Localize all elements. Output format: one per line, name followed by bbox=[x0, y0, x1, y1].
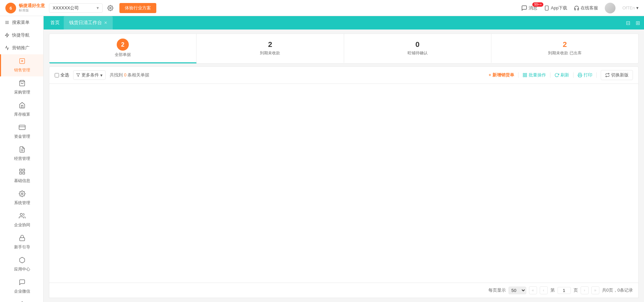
refresh-label: 刷新 bbox=[560, 72, 569, 78]
sales-icon bbox=[19, 58, 25, 66]
sidebar-system-label: 系统管理 bbox=[14, 200, 30, 206]
app-download-label: App下载 bbox=[551, 5, 567, 11]
app-subtitle: 标准版 bbox=[19, 8, 45, 13]
first-page-button[interactable]: « bbox=[529, 286, 537, 294]
filter-label: 更多条件 bbox=[82, 72, 99, 78]
sidebar-item-basic[interactable]: 基础信息 bbox=[0, 165, 43, 187]
chevron-down-icon: ▾ bbox=[97, 5, 99, 10]
sidebar-item-member[interactable]: 畅会员 bbox=[0, 298, 43, 302]
capital-icon bbox=[19, 124, 25, 132]
tab-workbench[interactable]: 钱货日清工作台 ✕ bbox=[64, 16, 113, 29]
tab-workbench-label: 钱货日清工作台 bbox=[69, 20, 102, 26]
svg-rect-16 bbox=[23, 169, 25, 171]
sidebar-wechat-label: 企业微信 bbox=[14, 289, 30, 294]
last-page-button[interactable]: » bbox=[591, 286, 599, 294]
refresh-button[interactable]: 刷新 bbox=[554, 72, 569, 78]
stat-due-out-label: 到期未收款 已出库 bbox=[548, 50, 581, 56]
select-all-checkbox[interactable]: 全选 bbox=[55, 72, 69, 78]
sidebar-basic-label: 基础信息 bbox=[14, 178, 30, 184]
sidebar-item-enterprise[interactable]: 企业协同 bbox=[0, 209, 43, 231]
found-count: 0 bbox=[124, 72, 126, 77]
sidebar-item-search-menu[interactable]: 搜索菜单 bbox=[0, 16, 43, 29]
tab-minimize-button[interactable]: ⊟ bbox=[625, 18, 632, 27]
sidebar-beginner-label: 新手引导 bbox=[14, 244, 30, 250]
svg-point-2 bbox=[110, 7, 111, 9]
sidebar-item-purchase[interactable]: 采购管理 bbox=[0, 76, 43, 99]
stat-due-out[interactable]: 2 到期未收款 已出库 bbox=[491, 34, 638, 63]
app-logo-icon: 6 bbox=[5, 3, 16, 13]
online-service-button[interactable]: 在线客服 bbox=[574, 5, 598, 11]
settings-button[interactable] bbox=[105, 3, 115, 13]
sidebar-item-capital[interactable]: 资金管理 bbox=[0, 121, 43, 143]
sidebar-item-quick-nav[interactable]: 快捷导航 bbox=[0, 29, 43, 42]
sidebar-item-marketing[interactable]: 营销推广 bbox=[0, 42, 43, 54]
print-button[interactable]: 打印 bbox=[578, 72, 592, 78]
sidebar-item-sales[interactable]: 销售管理 bbox=[0, 54, 43, 76]
company-name: XXXXXX公司 bbox=[53, 5, 79, 11]
tab-close-icon[interactable]: ✕ bbox=[104, 20, 107, 25]
page-total-label: 页 bbox=[574, 287, 578, 293]
app-download-button[interactable]: App下载 bbox=[544, 5, 567, 11]
toolbar-left: 全选 更多条件 ▾ 共找到 0 条相关单据 bbox=[55, 70, 149, 80]
select-all-input[interactable] bbox=[55, 73, 59, 77]
svg-rect-26 bbox=[523, 75, 525, 77]
divider-1 bbox=[518, 72, 519, 78]
user-dropdown-icon: ▾ bbox=[636, 5, 639, 10]
svg-marker-8 bbox=[5, 33, 9, 37]
stat-due-count: 2 bbox=[268, 40, 272, 49]
tab-home-label: 首页 bbox=[50, 20, 60, 26]
enterprise-icon bbox=[19, 213, 25, 221]
switch-version-button[interactable]: 切换新版 bbox=[601, 70, 633, 80]
page-content: 2 全部单据 2 到期未收款 0 旺铺待确认 2 到期未收款 已出库 bbox=[44, 29, 644, 302]
filter-button[interactable]: 更多条件 ▾ bbox=[73, 70, 106, 80]
sidebar-purchase-label: 采购管理 bbox=[14, 89, 30, 95]
header-right: 消息 99++ App下载 在线客服 OfTEn bbox=[521, 3, 639, 13]
stat-all-label: 全部单据 bbox=[115, 52, 131, 58]
svg-rect-28 bbox=[579, 75, 581, 77]
page-size-select[interactable]: 10 20 50 100 bbox=[508, 287, 526, 294]
sidebar-item-operation[interactable]: 经营管理 bbox=[0, 143, 43, 165]
add-sale-button[interactable]: + 新增销货单 bbox=[489, 72, 514, 78]
tab-maximize-button[interactable]: ⊞ bbox=[634, 18, 641, 27]
svg-rect-17 bbox=[20, 172, 22, 174]
stat-due[interactable]: 2 到期未收款 bbox=[197, 34, 344, 63]
svg-point-19 bbox=[21, 193, 23, 195]
sidebar-quick-nav-label: 快捷导航 bbox=[12, 32, 30, 38]
basic-icon bbox=[19, 168, 25, 177]
toolbar-right: + 新增销货单 批量操作 bbox=[489, 70, 633, 80]
stat-all[interactable]: 2 全部单据 bbox=[49, 34, 197, 63]
tab-bar: 首页 钱货日清工作台 ✕ ⊟ ⊞ bbox=[44, 16, 644, 29]
stat-pending-label: 旺铺待确认 bbox=[408, 50, 428, 56]
sidebar-item-wechat[interactable]: 企业微信 bbox=[0, 276, 43, 298]
total-info: 共0页，0条记录 bbox=[602, 287, 633, 293]
sidebar-enterprise-label: 企业协同 bbox=[14, 222, 30, 228]
batch-operation-button[interactable]: 批量操作 bbox=[523, 72, 546, 78]
tab-home[interactable]: 首页 bbox=[46, 16, 64, 29]
username-area[interactable]: OfTEn ▾ bbox=[622, 5, 639, 10]
stat-pending[interactable]: 0 旺铺待确认 bbox=[344, 34, 491, 63]
sidebar-item-app-center[interactable]: 应用中心 bbox=[0, 253, 43, 276]
prev-page-button[interactable]: ‹ bbox=[540, 286, 548, 294]
pagination: 每页显示 10 20 50 100 « ‹ 第 页 › » 共0页，0条记录 bbox=[49, 283, 639, 298]
sidebar-item-system[interactable]: 系统管理 bbox=[0, 187, 43, 209]
top-header: 6 畅捷通好生意 标准版 XXXXXX公司 ▾ 体验行业方案 消息 99++ bbox=[0, 0, 644, 16]
message-button[interactable]: 消息 99++ bbox=[521, 5, 537, 11]
svg-rect-25 bbox=[525, 73, 527, 75]
try-industry-button[interactable]: 体验行业方案 bbox=[119, 3, 156, 13]
stat-pending-count: 0 bbox=[416, 40, 420, 49]
toolbar: 全选 更多条件 ▾ 共找到 0 条相关单据 bbox=[49, 66, 639, 84]
sidebar-inventory-label: 库存核算 bbox=[14, 112, 30, 117]
sidebar-item-inventory[interactable]: 库存核算 bbox=[0, 99, 43, 121]
sidebar-operation-label: 经营管理 bbox=[14, 156, 30, 162]
next-page-button[interactable]: › bbox=[581, 286, 589, 294]
sidebar: 搜索菜单 快捷导航 营销推广 销售管理 bbox=[0, 16, 44, 302]
company-selector[interactable]: XXXXXX公司 ▾ bbox=[49, 3, 103, 13]
sidebar-item-beginner[interactable]: 新手引导 bbox=[0, 231, 43, 253]
avatar[interactable] bbox=[605, 3, 615, 13]
stat-due-label: 到期未收款 bbox=[260, 50, 280, 56]
content-area: 首页 钱货日清工作台 ✕ ⊟ ⊞ 2 全部单据 2 到期未收款 bbox=[44, 16, 644, 302]
svg-text:6: 6 bbox=[9, 6, 12, 11]
page-input[interactable] bbox=[557, 287, 571, 294]
svg-rect-3 bbox=[545, 6, 548, 10]
stat-all-count: 2 bbox=[117, 39, 129, 51]
